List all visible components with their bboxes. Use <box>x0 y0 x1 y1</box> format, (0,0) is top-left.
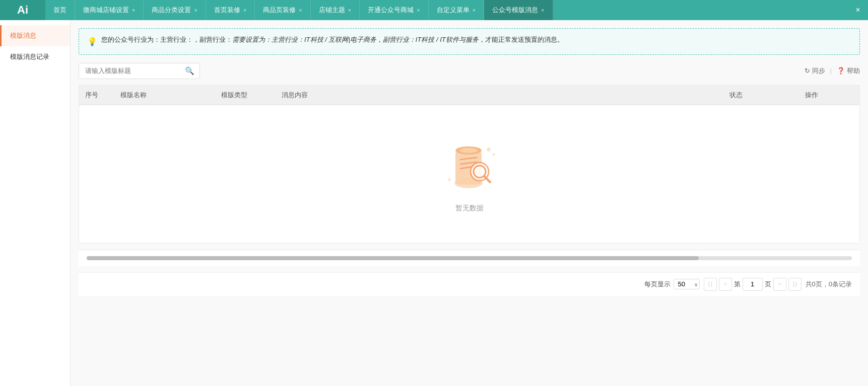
total-info: 共0页，0条记录 <box>806 280 852 289</box>
nav-tab-custom-menu[interactable]: 自定义菜单× <box>429 0 484 20</box>
nav-tab-home-decor[interactable]: 首页装修× <box>206 0 255 20</box>
content-area: 💡 您的公众号行业为：主营行业：，副营行业：需要设置为：主营行业：IT科技 / … <box>71 20 868 386</box>
toolbar: 🔍 ↻ 同步 | ❓ 帮助 <box>79 63 860 79</box>
notice-box: 💡 您的公众号行业为：主营行业：，副营行业：需要设置为：主营行业：IT科技 / … <box>79 28 860 55</box>
pagination: 每页显示 10 20 50 100 ⟨⟨ ＜ 第 页 ＞ <box>79 272 860 296</box>
nav-tab-template-msg[interactable]: 公众号模版消息× <box>484 0 553 20</box>
top-nav: Ai 首页微商城店铺设置×商品分类设置×首页装修×商品页装修×店铺主题×开通公众… <box>0 0 868 20</box>
nav-tab-close-category-settings[interactable]: × <box>194 7 197 13</box>
nav-tabs: 首页微商城店铺设置×商品分类设置×首页装修×商品页装修×店铺主题×开通公众号商城… <box>45 0 848 20</box>
table-header: 序号 模版名称 模版类型 消息内容 状态 操作 <box>79 86 859 105</box>
svg-point-12 <box>448 178 451 181</box>
nav-tab-close-home-decor[interactable]: × <box>243 7 246 13</box>
nav-tab-product-decor[interactable]: 商品页装修× <box>255 0 310 20</box>
page-prefix: 第 <box>734 280 741 289</box>
nav-tab-close-product-decor[interactable]: × <box>299 7 302 13</box>
sync-button[interactable]: ↻ 同步 <box>805 66 825 75</box>
toolbar-right: ↻ 同步 | ❓ 帮助 <box>805 66 860 75</box>
nav-tab-close-custom-menu[interactable]: × <box>473 7 476 13</box>
nav-tab-home[interactable]: 首页 <box>45 0 75 20</box>
col-content: 消息内容 <box>276 86 723 105</box>
horizontal-scrollbar[interactable] <box>87 256 852 260</box>
sidebar: 模版消息模版消息记录 <box>0 20 71 386</box>
page-size-select: 每页显示 10 20 50 100 <box>644 279 700 289</box>
search-box: 🔍 <box>79 63 200 79</box>
page-size-wrapper: 10 20 50 100 <box>674 279 700 289</box>
empty-state: 暂无数据 <box>79 105 859 243</box>
nav-tab-close-template-msg[interactable]: × <box>541 7 544 13</box>
sync-icon: ↻ <box>805 67 810 74</box>
global-close-button[interactable]: × <box>848 0 868 20</box>
col-name: 模版名称 <box>114 86 215 105</box>
page-input[interactable] <box>743 278 763 291</box>
col-type: 模版类型 <box>215 86 276 105</box>
page-nav: ⟨⟨ ＜ 第 页 ＞ ⟩⟩ <box>704 278 802 291</box>
last-page-button[interactable]: ⟩⟩ <box>788 278 802 291</box>
empty-illustration <box>439 135 500 196</box>
svg-point-11 <box>492 153 495 156</box>
page-suffix: 页 <box>765 280 771 289</box>
search-button[interactable]: 🔍 <box>180 63 199 79</box>
next-page-button[interactable]: ＞ <box>773 278 786 291</box>
nav-tab-store-theme[interactable]: 店铺主题× <box>311 0 360 20</box>
page-size-dropdown[interactable]: 10 20 50 100 <box>674 279 700 289</box>
scrollbar-area <box>79 250 860 266</box>
col-index: 序号 <box>79 86 114 105</box>
notice-icon: 💡 <box>87 35 97 48</box>
help-button[interactable]: ❓ 帮助 <box>837 66 860 75</box>
col-status: 状态 <box>723 86 799 105</box>
notice-text: 您的公众号行业为：主营行业：，副营行业：需要设置为：主营行业：IT科技 / 互联… <box>101 35 564 45</box>
empty-text: 暂无数据 <box>455 204 484 213</box>
sidebar-item-template-msg[interactable]: 模版消息 <box>0 25 70 46</box>
help-icon: ❓ <box>837 67 845 74</box>
col-action: 操作 <box>799 86 859 105</box>
nav-tab-category-settings[interactable]: 商品分类设置× <box>144 0 206 20</box>
nav-tab-open-mall[interactable]: 开通公众号商城× <box>360 0 428 20</box>
prev-page-button[interactable]: ＜ <box>719 278 732 291</box>
main-layout: 模版消息模版消息记录 💡 您的公众号行业为：主营行业：，副营行业：需要设置为：主… <box>0 20 868 386</box>
nav-tab-close-wsc-settings[interactable]: × <box>132 7 135 13</box>
nav-tab-close-store-theme[interactable]: × <box>348 7 351 13</box>
page-size-label: 每页显示 <box>644 280 671 289</box>
table-container: 序号 模版名称 模版类型 消息内容 状态 操作 <box>79 85 860 244</box>
svg-point-3 <box>459 148 478 153</box>
nav-tab-close-open-mall[interactable]: × <box>417 7 420 13</box>
nav-tab-wsc-settings[interactable]: 微商城店铺设置× <box>75 0 144 20</box>
first-page-button[interactable]: ⟨⟨ <box>704 278 717 291</box>
svg-point-10 <box>487 147 491 151</box>
logo: Ai <box>0 0 45 20</box>
sidebar-item-template-msg-log[interactable]: 模版消息记录 <box>0 46 70 67</box>
search-input[interactable] <box>79 64 180 78</box>
divider: | <box>830 67 832 74</box>
